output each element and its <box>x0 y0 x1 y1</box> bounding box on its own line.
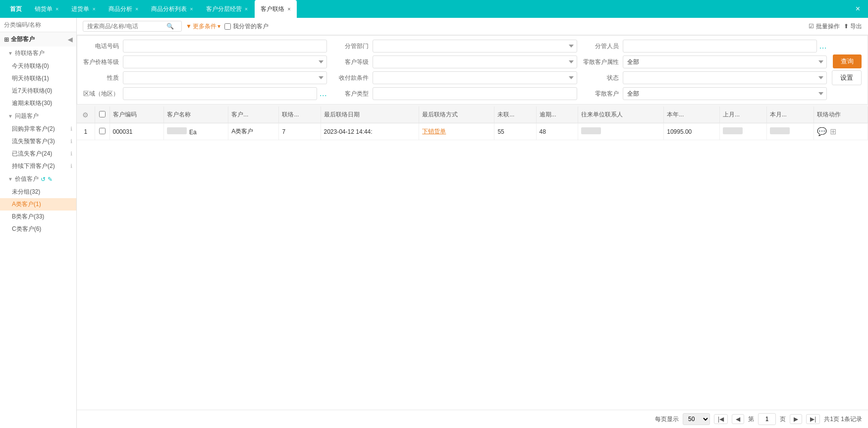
filter-search-input[interactable] <box>87 23 166 30</box>
td-related-contact <box>578 123 664 140</box>
last-page-btn[interactable]: ▶| <box>806 414 820 424</box>
tab-sales-label: 销货单 <box>35 5 53 13</box>
refresh-icon[interactable]: ↺ <box>41 176 46 183</box>
nav-tab-customer-contact[interactable]: 客户联络 × <box>255 0 296 18</box>
region-input[interactable] <box>123 87 317 100</box>
close-sales-icon[interactable]: × <box>55 6 58 12</box>
td-contact-count: 7 <box>279 123 321 140</box>
next-page-btn[interactable]: ▶ <box>790 414 802 424</box>
customer-type-label: 客户类型 <box>333 90 373 98</box>
settings-btn[interactable]: 设置 <box>832 70 862 85</box>
sidebar-group-problem[interactable]: ▼ 问题客户 <box>0 109 76 123</box>
sidebar-item-7days[interactable]: 近7天待联络(0) <box>0 85 76 97</box>
sidebar-item-class-b[interactable]: B类客户(33) <box>0 211 76 223</box>
export-btn[interactable]: ⬆ 导出 <box>844 22 862 31</box>
sidebar-group-pending[interactable]: ▼ 待联络客户 <box>0 47 76 60</box>
sidebar-item-class-c[interactable]: C类客户(6) <box>0 223 76 235</box>
nav-tab-purchase[interactable]: 进货单 × <box>65 0 101 18</box>
sidebar-group-value[interactable]: ▼ 价值客户 ↺ ✎ <box>0 172 76 186</box>
td-code: 000031 <box>109 123 163 140</box>
nav-tab-customer-segment[interactable]: 客户分层经营 × <box>200 0 254 18</box>
prev-page-btn[interactable]: ◀ <box>732 414 744 424</box>
related-contact-blurred <box>581 127 601 134</box>
more-conditions-btn[interactable]: ▼ 更多条件 ▾ <box>186 22 220 31</box>
th-action: 联络动作 <box>814 107 868 123</box>
home-label: 首页 <box>10 5 22 13</box>
sidebar-item-unsorted[interactable]: 未分组(32) <box>0 186 76 198</box>
filter-search-icon[interactable]: 🔍 <box>166 23 174 30</box>
td-last-contact-date: 2023-04-12 14:44: <box>321 123 419 140</box>
region-dots-icon[interactable]: … <box>319 89 327 98</box>
retail-customer-select[interactable]: 全部 <box>623 87 827 100</box>
tab-customer-contact-label: 客户联络 <box>261 5 284 13</box>
manager-input[interactable] <box>623 40 817 53</box>
retail-attr-label: 零散客户属性 <box>583 58 623 66</box>
first-page-btn[interactable]: |◀ <box>714 414 728 424</box>
dept-select[interactable] <box>373 40 577 53</box>
edit-value-icon[interactable]: ✎ <box>48 176 53 183</box>
sidebar-search-input[interactable] <box>4 21 77 28</box>
collapse-icon[interactable]: ◀ <box>68 36 72 43</box>
td-num: 1 <box>77 123 95 140</box>
status-select[interactable] <box>623 71 827 84</box>
filter-cell-customer-grade: 客户等级 <box>333 55 577 68</box>
nature-label: 性质 <box>83 74 123 82</box>
column-settings-icon[interactable]: ⚙ <box>82 111 89 119</box>
th-this-year-label: 本年... <box>667 111 684 118</box>
batch-ops-btn[interactable]: ☑ 批量操作 <box>809 22 839 31</box>
td-overdue: 48 <box>536 123 578 140</box>
th-this-month: 本月... <box>766 107 814 123</box>
sidebar-item-class-a[interactable]: A类客户(1) <box>0 198 76 211</box>
batch-ops-label: 批量操作 <box>816 23 840 30</box>
th-contact-count-label: 联络... <box>282 111 299 118</box>
my-customers-checkbox[interactable]: 我分管的客户 <box>224 22 269 31</box>
close-product-list-icon[interactable]: × <box>190 6 193 12</box>
sidebar-item-abnormal[interactable]: 回购异常客户(2) ℹ <box>0 123 76 135</box>
nav-tab-sales[interactable]: 销货单 × <box>29 0 64 18</box>
manager-dots-icon[interactable]: … <box>819 42 827 51</box>
more-conditions-label: 更多条件 <box>193 22 217 31</box>
row-checkbox[interactable] <box>99 128 106 134</box>
sidebar-all-customers[interactable]: ⊞ 全部客户 ◀ <box>0 32 76 47</box>
last-contact-method-link[interactable]: 下销货单 <box>422 128 446 135</box>
th-customer-type: 客户... <box>228 107 279 123</box>
customer-type-input[interactable] <box>373 87 577 100</box>
nav-tab-product-analysis[interactable]: 商品分析 × <box>103 0 144 18</box>
action-icons: 💬 ⊞ <box>817 127 865 136</box>
group-pending-label: 待联络客户 <box>15 49 45 57</box>
phone-input[interactable] <box>123 40 327 53</box>
sidebar-item-today[interactable]: 今天待联络(0) <box>0 60 76 72</box>
query-btn[interactable]: 查询 <box>833 54 862 68</box>
payment-select[interactable] <box>373 71 577 84</box>
th-this-year: 本年... <box>664 107 720 123</box>
close-product-analysis-icon[interactable]: × <box>135 6 138 12</box>
page-input[interactable] <box>758 413 776 425</box>
close-all-icon[interactable]: × <box>852 4 864 13</box>
close-customer-contact-icon[interactable]: × <box>287 6 290 12</box>
close-purchase-icon[interactable]: × <box>92 6 95 12</box>
close-customer-segment-icon[interactable]: × <box>245 6 248 12</box>
nav-home[interactable]: 首页 <box>4 0 28 18</box>
select-all-checkbox[interactable] <box>99 111 106 117</box>
customer-grade-select[interactable] <box>373 55 577 68</box>
qr-icon[interactable]: ⊞ <box>830 127 836 136</box>
th-gear: ⚙ <box>77 107 95 123</box>
th-last-month: 上月... <box>720 107 767 123</box>
filter-cell-nature: 性质 <box>83 71 327 84</box>
chat-icon[interactable]: 💬 <box>817 127 827 136</box>
retail-attr-select[interactable]: 全部 <box>623 55 827 68</box>
sidebar-item-at-risk[interactable]: 流失预警客户(3) ℹ <box>0 135 76 148</box>
th-days-no-contact: 未联... <box>494 107 536 123</box>
price-grade-select[interactable] <box>123 55 327 68</box>
sidebar-item-lost[interactable]: 已流失客户(24) ℹ <box>0 148 76 160</box>
sidebar-item-tomorrow[interactable]: 明天待联络(1) <box>0 72 76 85</box>
nav-tab-product-list[interactable]: 商品分析列表 × <box>145 0 199 18</box>
nature-select[interactable] <box>123 71 327 84</box>
my-customers-check[interactable] <box>224 23 231 30</box>
per-page-select[interactable]: 50 10 20 100 <box>683 413 710 425</box>
per-page-label: 每页显示 <box>655 415 679 424</box>
top-nav: 首页 销货单 × 进货单 × 商品分析 × 商品分析列表 × 客户分层经营 × … <box>0 0 868 18</box>
sidebar-section-label: 全部客户 <box>11 35 35 44</box>
sidebar-item-declining[interactable]: 持续下滑客户(2) ℹ <box>0 160 76 172</box>
sidebar-item-overdue[interactable]: 逾期未联络(30) <box>0 97 76 109</box>
